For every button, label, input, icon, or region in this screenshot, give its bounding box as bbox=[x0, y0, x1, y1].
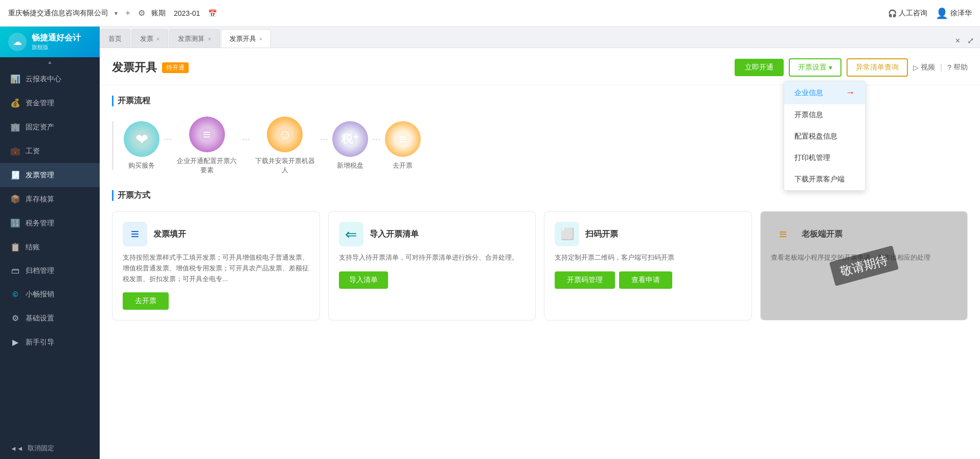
flow-step-3: ☺ 下载并安装开票机器人 bbox=[254, 117, 315, 175]
boss-disabled-overlay: 敬请期待 bbox=[761, 212, 968, 320]
sidebar-label-fund: 资金管理 bbox=[26, 99, 54, 108]
arrow-3: ··· bbox=[320, 133, 328, 145]
go-invoice-button[interactable]: 去开票 bbox=[123, 292, 169, 310]
video-label: 视频 bbox=[921, 63, 935, 72]
user-info[interactable]: 👤 徐泽华 bbox=[936, 7, 972, 19]
sidebar-label-invoice: 发票管理 bbox=[26, 171, 54, 180]
import-title: 导入开票清单 bbox=[370, 229, 419, 240]
period-label: 账期 bbox=[151, 9, 166, 18]
video-button[interactable]: ▷ 视频 bbox=[913, 63, 935, 72]
tab-invoice-calc-close[interactable]: × bbox=[208, 36, 211, 42]
fund-icon: 💰 bbox=[10, 98, 20, 108]
headphone-icon: 🎧 bbox=[888, 9, 897, 17]
settings-icon[interactable]: ⚙ bbox=[138, 8, 145, 18]
sidebar-item-invoice-mgmt[interactable]: 🧾 发票管理 bbox=[0, 163, 100, 187]
dropdown-item-download-client[interactable]: 下载开票客户端 bbox=[784, 169, 865, 190]
user-name: 徐泽华 bbox=[950, 9, 972, 18]
tab-invoice-issue-close[interactable]: × bbox=[259, 36, 262, 42]
dropdown-item-printer-mgmt[interactable]: 打印机管理 bbox=[784, 147, 865, 169]
sidebar-item-tax-mgmt[interactable]: 🔢 税务管理 bbox=[0, 211, 100, 235]
sidebar-item-salary[interactable]: 💼 工资 bbox=[0, 139, 100, 163]
sidebar-item-xiaochang[interactable]: © 小畅报销 bbox=[0, 283, 100, 306]
tab-bar: 首页 发票 × 发票测算 × 发票开具 × × ⤢ bbox=[100, 27, 980, 48]
methods-section: 开票方式 ≡ 发票填开 支持按照发票样式手工填开发票；可开具增值税电子普通发票、… bbox=[100, 190, 980, 331]
tab-invoice-issue-label: 发票开具 bbox=[230, 34, 256, 43]
method-card-import-header: ⇐ 导入开票清单 bbox=[339, 222, 526, 246]
tab-home[interactable]: 首页 bbox=[100, 29, 130, 48]
import-desc: 支持导入待开票清单，可对待开票清单进行拆分、合并处理。 bbox=[339, 253, 526, 263]
logo-text: 畅捷通好会计 bbox=[32, 33, 81, 43]
dropdown-item-invoice-info[interactable]: 开票信息 bbox=[784, 104, 865, 126]
human-consult[interactable]: 🎧 人工咨询 bbox=[888, 9, 927, 18]
dropdown-item-tax-config[interactable]: 配置税盘信息 bbox=[784, 126, 865, 147]
printer-mgmt-label: 打印机管理 bbox=[794, 153, 830, 163]
import-list-button[interactable]: 导入清单 bbox=[339, 271, 388, 289]
pending-badge: 敬请期待 bbox=[829, 245, 899, 286]
step2-symbol: ≡ bbox=[203, 127, 211, 143]
fill-icon-symbol: ≡ bbox=[131, 226, 139, 242]
sidebar-item-archive[interactable]: 🗃 归档管理 bbox=[0, 259, 100, 283]
import-icon: ⇐ bbox=[339, 222, 363, 246]
flow-step-1: ❤ 购买服务 bbox=[124, 121, 159, 170]
sidebar-item-fund-mgmt[interactable]: 💰 资金管理 bbox=[0, 91, 100, 115]
dropdown-item-company-info[interactable]: 企业信息 → bbox=[784, 81, 865, 104]
status-badge: 待开通 bbox=[162, 62, 189, 73]
sidebar-item-fixed-assets[interactable]: 🏢 固定资产 bbox=[0, 115, 100, 139]
sidebar-item-basic-settings[interactable]: ⚙ 基础设置 bbox=[0, 306, 100, 330]
invoice-settings-button[interactable]: 开票设置 ▾ bbox=[789, 58, 841, 77]
fill-title: 发票填开 bbox=[153, 229, 186, 240]
tab-invoice-close[interactable]: × bbox=[156, 36, 159, 42]
company-dropdown-icon[interactable]: ▾ bbox=[115, 10, 118, 17]
user-avatar-icon: 👤 bbox=[936, 7, 948, 19]
tab-invoice-calc[interactable]: 发票测算 × bbox=[169, 29, 219, 48]
method-card-scan: ⬜ 扫码开票 支持定制开票二维码，客户端可扫码开票 开票码管理 查看申请 bbox=[544, 211, 752, 320]
cloud-reports-icon: 📊 bbox=[10, 74, 20, 84]
sidebar-label-inventory: 库存核算 bbox=[26, 195, 54, 204]
sidebar-item-inventory[interactable]: 📦 库存核算 bbox=[0, 187, 100, 211]
step4-label: 新增税盘 bbox=[337, 161, 363, 170]
cancel-fixed-btn[interactable]: ◄◄ 取消固定 bbox=[10, 444, 89, 453]
tax-icon: 🔢 bbox=[10, 218, 20, 228]
sidebar-label-archive: 归档管理 bbox=[26, 266, 54, 276]
page-actions: 立即开通 开票设置 ▾ 异常清单查询 ▷ 视频 | ? bbox=[735, 58, 968, 77]
logo-area: ☁ 畅捷通好会计 旗舰版 bbox=[0, 27, 100, 57]
help-button[interactable]: ? 帮助 bbox=[947, 63, 968, 72]
expand-window-btn[interactable]: ⤢ bbox=[965, 34, 976, 48]
open-now-button[interactable]: 立即开通 bbox=[735, 59, 784, 76]
arrow-4: ··· bbox=[372, 133, 381, 145]
red-arrow-icon: → bbox=[846, 87, 855, 98]
tab-invoice-issue[interactable]: 发票开具 × bbox=[221, 29, 271, 48]
salary-icon: 💼 bbox=[10, 146, 20, 156]
pin-icon: ◄◄ bbox=[10, 445, 24, 452]
step5-label: 去开票 bbox=[393, 161, 413, 170]
step3-symbol: ☺ bbox=[278, 127, 292, 143]
step4-icon: 税⁺ bbox=[332, 121, 368, 157]
view-apply-button[interactable]: 查看申请 bbox=[619, 271, 672, 289]
logo-icon: ☁ bbox=[8, 33, 27, 51]
close-window-btn[interactable]: × bbox=[953, 34, 962, 48]
period-value: 2023-01 bbox=[174, 9, 200, 17]
add-company-icon[interactable]: ＋ bbox=[124, 8, 132, 18]
separator: | bbox=[940, 63, 942, 72]
scan-buttons: 开票码管理 查看申请 bbox=[555, 271, 741, 289]
calendar-icon[interactable]: 📅 bbox=[208, 9, 217, 17]
sidebar-scroll-up[interactable]: ▲ bbox=[0, 57, 100, 67]
tab-invoice[interactable]: 发票 × bbox=[131, 29, 168, 48]
dropdown-menu: 企业信息 → 开票信息 配置税盘信息 打印机管理 下 bbox=[784, 81, 865, 191]
company-info-label: 企业信息 bbox=[794, 88, 823, 98]
new-guide-icon: ▶ bbox=[10, 337, 20, 347]
flow-step-4: 税⁺ 新增税盘 bbox=[332, 121, 368, 170]
step2-label: 企业开通配置开票六要素 bbox=[176, 156, 238, 175]
fill-icon: ≡ bbox=[123, 222, 147, 246]
sidebar-item-cloud-reports[interactable]: 📊 云报表中心 bbox=[0, 67, 100, 91]
play-icon: ▷ bbox=[913, 63, 919, 72]
exception-list-button[interactable]: 异常清单查询 bbox=[847, 58, 908, 77]
sidebar-item-new-guide[interactable]: ▶ 新手引导 bbox=[0, 330, 100, 354]
accounting-icon: 📋 bbox=[10, 242, 20, 252]
page-title-area: 发票开具 待开通 bbox=[112, 60, 189, 75]
qr-manage-button[interactable]: 开票码管理 bbox=[555, 271, 615, 289]
cancel-fixed-label: 取消固定 bbox=[28, 444, 54, 453]
sidebar-item-accounting[interactable]: 📋 结账 bbox=[0, 235, 100, 259]
invoice-settings-label: 开票设置 bbox=[798, 63, 827, 72]
scan-icon: ⬜ bbox=[555, 222, 579, 246]
